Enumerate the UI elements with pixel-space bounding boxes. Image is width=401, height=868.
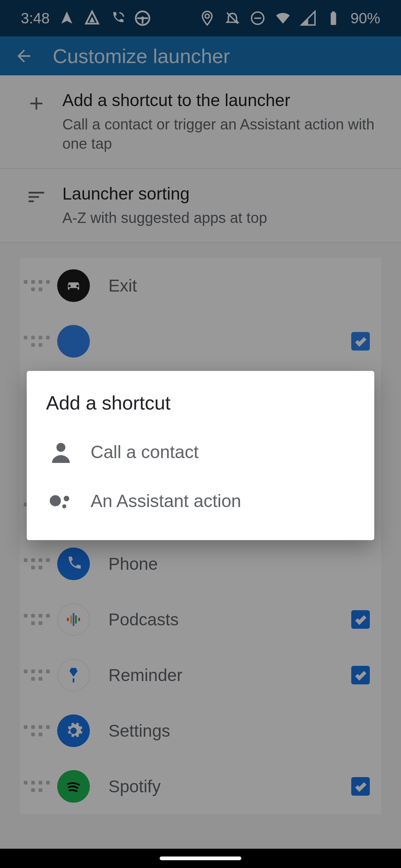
dialog-title: Add a shortcut bbox=[27, 392, 374, 427]
option-call-contact[interactable]: Call a contact bbox=[27, 427, 374, 476]
navigation-bar bbox=[0, 849, 401, 868]
gesture-pill[interactable] bbox=[160, 857, 241, 860]
assistant-icon bbox=[46, 487, 91, 514]
person-icon bbox=[46, 438, 91, 465]
svg-point-13 bbox=[56, 443, 65, 452]
svg-point-16 bbox=[62, 504, 66, 509]
option-label: An Assistant action bbox=[91, 491, 241, 511]
svg-point-14 bbox=[50, 495, 61, 506]
option-assistant-action[interactable]: An Assistant action bbox=[27, 476, 374, 525]
add-shortcut-dialog: Add a shortcut Call a contact An Assista… bbox=[27, 371, 374, 540]
svg-point-15 bbox=[64, 496, 69, 502]
option-label: Call a contact bbox=[91, 442, 199, 462]
